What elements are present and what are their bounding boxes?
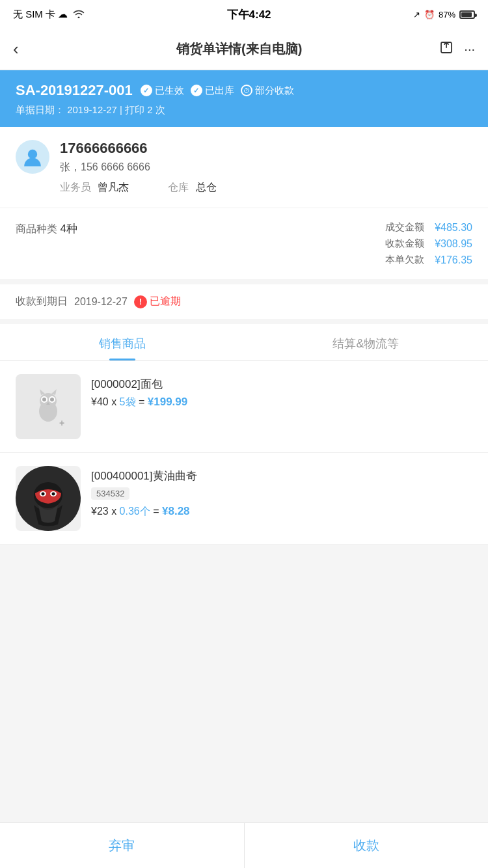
- status-left: 无 SIM 卡 ☁: [13, 8, 85, 21]
- nav-right-actions: ···: [439, 40, 475, 58]
- location-icon: ↗: [413, 10, 420, 20]
- product-details-2: [000400001]黄油曲奇 534532 ¥23 x 0.36个 = ¥8.…: [91, 466, 472, 519]
- status-bar: 无 SIM 卡 ☁ 下午4:42 ↗ ⏰ 87%: [0, 0, 488, 29]
- salesperson-value: 曾凡杰: [98, 182, 129, 193]
- svg-text:+: +: [59, 418, 64, 428]
- customer-meta: 业务员 曾凡杰 仓库 总仓: [60, 181, 472, 195]
- salesperson-meta: 业务员 曾凡杰: [60, 181, 129, 195]
- received-value: ¥308.95: [435, 238, 472, 250]
- product-list: + [0000002]面包 ¥40 x 5袋 = ¥199.99: [0, 361, 488, 545]
- warehouse-label: 仓库: [168, 182, 189, 193]
- date-label: 单据日期：: [16, 104, 64, 115]
- nav-bar: ‹ 销货单详情(来自电脑) ···: [0, 29, 488, 70]
- svg-point-18: [52, 493, 55, 496]
- product-details-1: [0000002]面包 ¥40 x 5袋 = ¥199.99: [91, 374, 472, 409]
- badge-effective: ✓ 已生效: [141, 85, 184, 97]
- product-name-2: [000400001]黄油曲奇: [91, 468, 472, 483]
- product-price-1: ¥40 x 5袋 = ¥199.99: [91, 396, 472, 409]
- product-tag-2: 534532: [91, 487, 129, 500]
- status-time: 下午4:42: [227, 7, 271, 22]
- order-date: 2019-12-27: [67, 104, 117, 115]
- svg-point-7: [42, 398, 46, 401]
- price-qty-1: 5袋: [120, 396, 136, 407]
- tab-sales-products[interactable]: 销售商品: [0, 324, 244, 360]
- tab-settlement[interactable]: 结算&物流等: [244, 324, 488, 360]
- more-icon[interactable]: ···: [464, 42, 475, 57]
- svg-point-1: [28, 150, 37, 159]
- product-name-1: [0000002]面包: [91, 377, 472, 392]
- badge-partial: ⏱ 部分收款: [241, 85, 294, 97]
- page-title: 销货单详情(来自电脑): [176, 40, 302, 58]
- salesperson-label: 业务员: [60, 182, 91, 193]
- banner-row1: SA-20191227-001 ✓ 已生效 ✓ 已出库 ⏱ 部分收款: [16, 82, 472, 99]
- product-thumbnail-2: [16, 466, 81, 531]
- warehouse-value: 总仓: [196, 182, 217, 193]
- due-date-label: 收款到期日: [16, 295, 68, 308]
- status-badges: ✓ 已生效 ✓ 已出库 ⏱ 部分收款: [141, 85, 294, 97]
- customer-name-phone: 张，156 6666 6666: [60, 161, 472, 174]
- overdue-icon: !: [134, 295, 147, 308]
- battery-icon: [459, 10, 475, 19]
- customer-section: 17666666666 张，156 6666 6666 业务员 曾凡杰 仓库 总…: [0, 127, 488, 208]
- tabs-section: 销售商品 结算&物流等: [0, 324, 488, 361]
- price-base-2: ¥23: [91, 506, 109, 517]
- price-total-2: ¥8.28: [162, 505, 190, 517]
- product-type-count: 商品种类 4种: [16, 221, 77, 236]
- banner-date-row: 单据日期： 2019-12-27 | 打印 2 次: [16, 104, 472, 116]
- collect-payment-button[interactable]: 收款: [245, 823, 489, 868]
- due-date-section: 收款到期日 2019-12-27 ! 已逾期: [0, 284, 488, 324]
- customer-avatar: [16, 140, 49, 174]
- order-id: SA-20191227-001: [16, 82, 133, 99]
- debt-value: ¥176.35: [435, 254, 472, 266]
- stats-section: 商品种类 4种 成交金额 ¥485.30 收款金额 ¥308.95 本单欠款 ¥…: [0, 208, 488, 284]
- customer-info: 17666666666 张，156 6666 6666 业务员 曾凡杰 仓库 总…: [60, 140, 472, 195]
- table-row: [000400001]黄油曲奇 534532 ¥23 x 0.36个 = ¥8.…: [0, 453, 488, 545]
- thumb-placeholder-1: +: [16, 374, 81, 439]
- alarm-icon: ⏰: [424, 10, 435, 20]
- share-icon[interactable]: [439, 40, 454, 58]
- status-right: ↗ ⏰ 87%: [413, 10, 475, 20]
- type-label: 商品种类: [16, 223, 57, 234]
- sim-text: 无 SIM 卡 ☁: [13, 8, 68, 21]
- product-price-2: ¥23 x 0.36个 = ¥8.28: [91, 505, 472, 519]
- product-thumbnail-1: +: [16, 374, 81, 439]
- price-qty-2: 0.36个: [120, 506, 150, 517]
- check-icon-effective: ✓: [141, 85, 152, 96]
- price-base-1: ¥40: [91, 396, 109, 407]
- svg-point-17: [42, 493, 45, 496]
- amount-value: ¥485.30: [435, 222, 472, 234]
- amount-row: 成交金额 ¥485.30: [385, 221, 472, 234]
- cancel-review-button[interactable]: 弃审: [0, 823, 245, 868]
- debt-row: 本单欠款 ¥176.35: [385, 254, 472, 266]
- wifi-icon: [73, 9, 85, 20]
- badge-shipped: ✓ 已出库: [191, 85, 234, 97]
- customer-id: 17666666666: [60, 140, 472, 157]
- price-total-1: ¥199.99: [148, 396, 187, 408]
- svg-point-8: [50, 398, 54, 401]
- clock-icon: ⏱: [241, 85, 252, 96]
- due-date-value: 2019-12-27: [74, 296, 128, 308]
- amount-label: 成交金额: [385, 221, 424, 234]
- received-label: 收款金额: [385, 237, 424, 250]
- battery-text: 87%: [439, 10, 455, 20]
- table-row: + [0000002]面包 ¥40 x 5袋 = ¥199.99: [0, 361, 488, 453]
- warehouse-meta: 仓库 总仓: [168, 181, 216, 195]
- print-info: | 打印 2 次: [120, 104, 165, 115]
- received-row: 收款金额 ¥308.95: [385, 237, 472, 250]
- order-banner: SA-20191227-001 ✓ 已生效 ✓ 已出库 ⏱ 部分收款 单据日期：…: [0, 70, 488, 127]
- type-count-value: 4种: [60, 223, 77, 235]
- financial-stats: 成交金额 ¥485.30 收款金额 ¥308.95 本单欠款 ¥176.35: [385, 221, 472, 266]
- check-icon-shipped: ✓: [191, 85, 202, 96]
- bottom-action-bar: 弃审 收款: [0, 822, 488, 868]
- overdue-text: 已逾期: [150, 295, 181, 308]
- back-button[interactable]: ‹: [13, 39, 39, 59]
- debt-label: 本单欠款: [385, 254, 424, 266]
- overdue-badge: ! 已逾期: [134, 295, 181, 308]
